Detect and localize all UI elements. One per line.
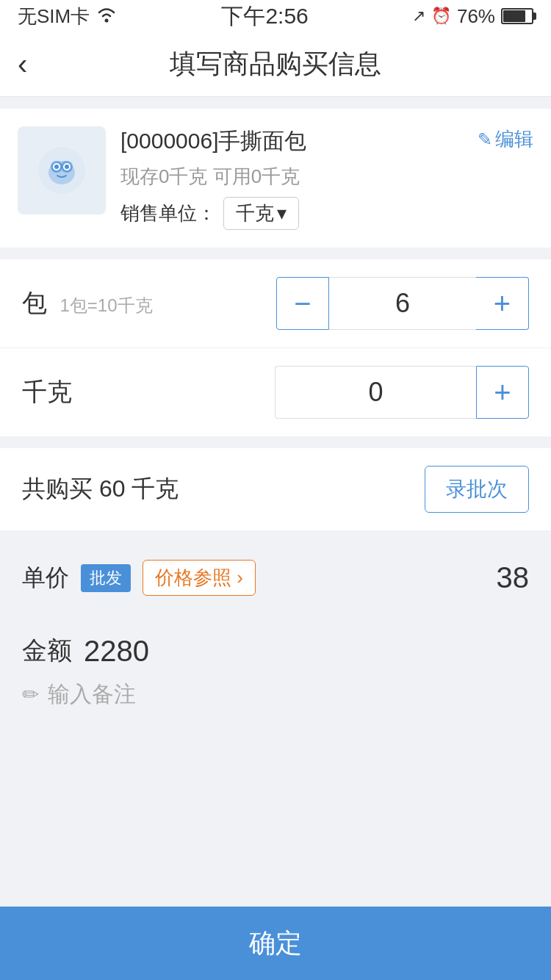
remark-placeholder: 输入备注 <box>48 680 136 710</box>
bao-hint: 1包=10千克 <box>60 295 152 315</box>
kg-row: 千克 + <box>0 348 551 436</box>
edit-button[interactable]: ✎ 编辑 <box>478 126 533 152</box>
unit-select[interactable]: 千克 ▾ <box>223 197 299 230</box>
summary-text: 共购买 60 千克 <box>22 473 179 505</box>
status-bar: 无SIM卡 下午2:56 ↗ ⏰ 76% <box>0 0 551 32</box>
quantity-section: 包 1包=10千克 − + 千克 + <box>0 259 551 436</box>
price-tag: 批发 <box>81 564 131 592</box>
price-value: 38 <box>497 561 530 594</box>
carrier-label: 无SIM卡 <box>18 4 90 29</box>
summary-row: 共购买 60 千克 录批次 <box>0 448 551 530</box>
bao-plus-button[interactable]: + <box>476 277 529 330</box>
price-section: 单价 批发 价格参照 › 38 <box>0 542 551 616</box>
edit-icon: ✎ <box>478 129 492 150</box>
amount-label: 金额 <box>22 634 72 668</box>
chevron-down-icon: ▾ <box>277 202 287 225</box>
location-icon: ↗ <box>412 7 425 26</box>
batch-button[interactable]: 录批次 <box>425 466 529 513</box>
bao-label: 包 1包=10千克 <box>22 287 276 320</box>
page-title: 填写商品购买信息 <box>170 46 381 82</box>
product-code-name: [0000006]手撕面包 <box>120 126 463 156</box>
product-thumbnail <box>18 126 106 215</box>
bao-row: 包 1包=10千克 − + <box>0 259 551 348</box>
kg-plus-button[interactable]: + <box>476 366 529 419</box>
amount-value: 2280 <box>84 635 149 668</box>
wifi-icon <box>96 5 118 28</box>
alarm-icon: ⏰ <box>431 7 451 26</box>
product-section: [0000006]手撕面包 现存0千克 可用0千克 销售单位： 千克 ▾ ✎ 编… <box>0 109 551 248</box>
kg-controls: + <box>275 366 529 419</box>
price-label: 单价 <box>22 562 69 594</box>
kg-input[interactable] <box>275 366 476 419</box>
status-bar-left: 无SIM卡 <box>18 4 118 29</box>
nav-bar: ‹ 填写商品购买信息 <box>0 32 551 97</box>
remark-row[interactable]: ✏ 输入备注 <box>22 680 529 727</box>
owl-logo <box>32 141 91 200</box>
time-label: 下午2:56 <box>221 1 308 32</box>
amount-section: 金额 2280 ✏ 输入备注 <box>0 616 551 727</box>
bao-minus-button[interactable]: − <box>276 277 329 330</box>
product-unit-row: 销售单位： 千克 ▾ <box>120 197 463 230</box>
product-stock: 现存0千克 可用0千克 <box>120 164 463 190</box>
price-row: 单价 批发 价格参照 › 38 <box>22 560 529 596</box>
back-button[interactable]: ‹ <box>18 48 27 81</box>
battery-icon <box>501 8 533 24</box>
remark-icon: ✏ <box>22 682 39 707</box>
svg-point-0 <box>105 18 109 22</box>
svg-point-8 <box>65 165 69 169</box>
price-ref-button[interactable]: 价格参照 › <box>143 560 256 596</box>
product-info: [0000006]手撕面包 现存0千克 可用0千克 销售单位： 千克 ▾ <box>120 126 463 230</box>
amount-row: 金额 2280 <box>22 634 529 668</box>
status-bar-right: ↗ ⏰ 76% <box>412 5 533 28</box>
svg-point-7 <box>54 165 59 169</box>
bao-input[interactable] <box>329 277 476 330</box>
battery-percent: 76% <box>457 5 495 28</box>
bao-controls: − + <box>276 277 529 330</box>
kg-label: 千克 <box>22 375 275 409</box>
confirm-button[interactable]: 确定 <box>0 907 551 980</box>
unit-label: 销售单位： <box>120 201 216 226</box>
product-right: ✎ 编辑 <box>478 126 533 152</box>
